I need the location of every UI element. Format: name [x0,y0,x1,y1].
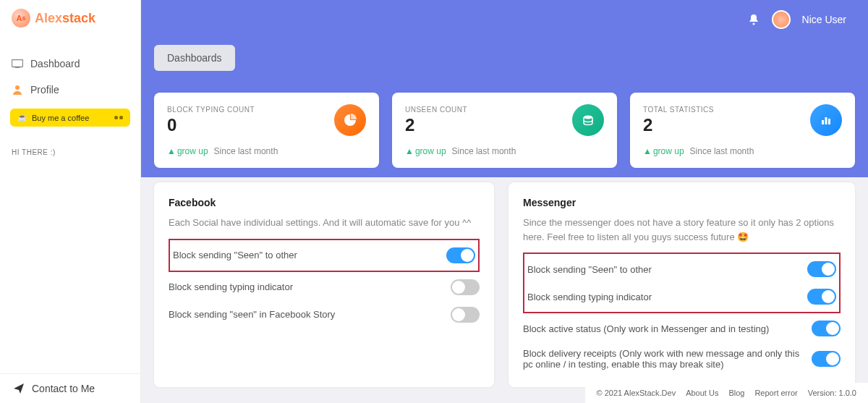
stat-label: BLOCK TYPING COUNT [167,106,255,114]
since-label: Since last month [690,146,754,156]
logo[interactable]: As Alexstack [0,0,140,36]
user-icon [12,84,23,96]
coffee-icon: ☕ [17,113,27,122]
main: Nice User Dashboards BLOCK TYPING COUNT … [141,0,868,403]
highlight-box: Block sending "Seen" to other Block send… [523,253,841,313]
trend-up-icon: ▲ grow up [167,146,208,156]
coffee-label: Buy me a coffee [32,114,89,122]
stat-card-block-typing: BLOCK TYPING COUNT 0 ▲ grow up Since las… [154,93,379,168]
setting-label: Block sending "Seen" to other [173,250,297,260]
hi-there-label: HI THERE :) [0,132,140,156]
svg-point-2 [15,85,20,90]
ms-block-seen-toggle[interactable] [807,261,836,277]
tab-dashboards[interactable]: Dashboards [154,45,235,71]
ms-block-typing-toggle[interactable] [807,289,836,305]
logo-mark-icon: As [12,9,30,27]
panel-title: Facebook [169,197,480,208]
messenger-panel: Messenger Since the messenger does not h… [509,182,855,387]
since-label: Since last month [214,146,278,156]
ms-block-seen-row: Block sending "Seen" to other [527,255,836,283]
setting-label: Block sending typing indicator [527,292,652,302]
setting-label: Block sending "Seen" to other [527,264,652,275]
ms-block-delivery-toggle[interactable] [812,351,841,367]
sidebar-item-dashboard[interactable]: Dashboard [0,51,140,77]
stat-value: 2 [405,115,467,135]
tab-row: Dashboards [154,45,855,71]
svg-rect-5 [822,120,824,124]
footer-copyright: © 2021 AlexStack.Dev [597,389,676,397]
panel-desc: Each Social have individual settings. An… [169,216,480,230]
bell-icon[interactable] [747,13,760,26]
setting-label: Block sending "seen" in Facebook Story [169,309,335,320]
monitor-icon [12,58,23,69]
footer: © 2021 AlexStack.Dev About Us Blog Repor… [585,383,868,403]
panel-desc: Since the messenger does not have a stor… [523,216,841,244]
username-label: Nice User [802,14,846,25]
trend-up-icon: ▲ grow up [405,146,446,156]
topbar: Nice User [141,0,868,39]
fb-block-story-toggle[interactable] [451,307,480,323]
fb-block-typing-toggle[interactable] [451,279,480,295]
panel-title: Messenger [523,197,841,208]
setting-label: Block active status (Only work in Messen… [523,323,769,334]
buy-coffee-button[interactable]: ☕ Buy me a coffee [10,109,130,127]
stat-card-total: TOTAL STATISTICS 2 ▲ grow up Since last … [630,93,855,168]
fb-block-typing-row: Block sending typing indicator [169,273,480,301]
bar-chart-icon [810,104,842,136]
svg-rect-6 [825,117,827,124]
contact-label: Contact to Me [32,383,95,394]
sidebar: As Alexstack Dashboard Profile ☕ [0,0,141,403]
footer-blog-link[interactable]: Blog [728,389,744,397]
fb-block-seen-toggle[interactable] [446,247,475,263]
coins-icon [572,104,604,136]
sidebar-item-label: Profile [30,84,59,96]
stat-value: 0 [167,115,255,135]
stat-label: UNSEEN COUNT [405,106,467,114]
sidebar-item-profile[interactable]: Profile [0,77,140,103]
trend-up-icon: ▲ grow up [643,146,684,156]
contact-button[interactable]: Contact to Me [0,373,140,403]
facebook-panel: Facebook Each Social have individual set… [154,182,494,387]
ms-block-active-row: Block active status (Only work in Messen… [523,315,841,342]
stat-value: 2 [643,115,714,135]
dots-icon [114,116,123,119]
svg-point-4 [584,116,592,119]
footer-about-link[interactable]: About Us [686,389,718,397]
ms-block-delivery-row: Block delivery receipts (Only work with … [523,342,841,376]
ms-block-typing-row: Block sending typing indicator [527,283,836,310]
svg-point-3 [752,23,754,25]
footer-version: Version: 1.0.0 [808,389,856,397]
ms-block-active-toggle[interactable] [812,321,841,336]
footer-report-link[interactable]: Report error [754,389,797,397]
stat-card-unseen: UNSEEN COUNT 2 ▲ grow up Since last mont… [392,93,617,168]
setting-label: Block sending typing indicator [169,281,293,292]
nav: Dashboard Profile [0,51,140,103]
fb-block-story-row: Block sending "seen" in Facebook Story [169,301,480,328]
svg-rect-0 [12,60,23,67]
logo-text: Alexstack [35,11,95,26]
pie-chart-icon [334,104,366,136]
send-icon [13,383,25,394]
avatar[interactable] [772,10,791,29]
since-label: Since last month [452,146,516,156]
fb-block-seen-row: Block sending "Seen" to other [173,242,475,269]
stat-cards: BLOCK TYPING COUNT 0 ▲ grow up Since las… [154,93,855,168]
svg-rect-7 [828,119,830,124]
setting-label: Block delivery receipts (Only work with … [523,348,812,370]
sidebar-item-label: Dashboard [30,58,80,69]
highlight-box: Block sending "Seen" to other [169,239,480,272]
stat-label: TOTAL STATISTICS [643,106,714,114]
